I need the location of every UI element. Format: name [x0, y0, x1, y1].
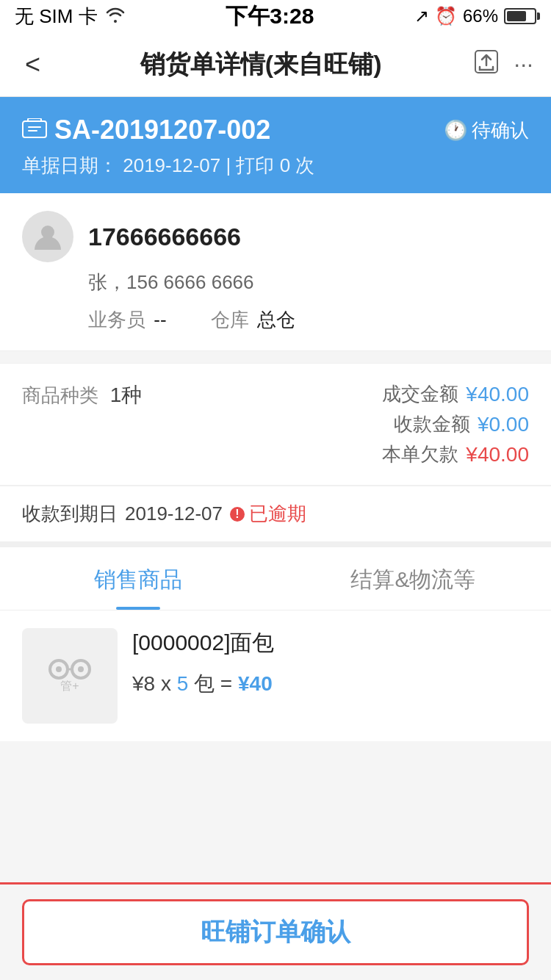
unit-label: 包 [194, 672, 215, 695]
tab-settle-label: 结算&物流等 [350, 567, 475, 591]
order-status: 🕐 待确认 [444, 118, 529, 143]
print-count: 0 [280, 154, 290, 176]
tab-sales-label: 销售商品 [94, 567, 182, 591]
summary-section: 商品种类 1种 成交金额 ¥40.00 收款金额 ¥0.00 本单欠款 ¥40.… [0, 363, 551, 486]
product-price: ¥8 x 5 包 = ¥40 [132, 670, 529, 698]
warehouse-row: 仓库 总仓 [211, 307, 295, 333]
nav-actions: ··· [474, 49, 533, 80]
price-unit: ¥8 [132, 672, 155, 695]
order-date-row: 单据日期： 2019-12-07 | 打印 0 次 [22, 153, 529, 179]
multiply-sign: x [161, 672, 177, 695]
warehouse-label: 仓库 [211, 309, 249, 331]
tab-active-indicator [116, 607, 160, 610]
share-button[interactable] [474, 49, 499, 80]
warehouse-value: 总仓 [257, 309, 295, 331]
confirm-order-button[interactable]: 旺铺订单确认 [22, 899, 529, 965]
overdue-badge: ! 已逾期 [230, 501, 306, 527]
received-value: ¥0.00 [478, 413, 529, 436]
back-button[interactable]: < [18, 42, 48, 87]
date-label: 单据日期： [22, 154, 118, 176]
status-left: 无 SIM 卡 [15, 4, 126, 29]
tab-sales[interactable]: 销售商品 [0, 547, 276, 610]
svg-point-7 [56, 666, 62, 672]
tabs-section: 销售商品 结算&物流等 [0, 547, 551, 610]
due-label: 收款到期日 [22, 501, 118, 527]
tab-settle[interactable]: 结算&物流等 [276, 547, 551, 610]
nav-bar: < 销货单详情(来自旺铺) ··· [0, 32, 551, 97]
balance-row: 本单欠款 ¥40.00 [382, 442, 529, 467]
carrier-label: 无 SIM 卡 [15, 4, 98, 29]
total-value: ¥40 [238, 672, 273, 695]
product-type-value: 1种 [110, 383, 143, 406]
status-text: 待确认 [472, 118, 529, 143]
location-icon: ↗ [414, 6, 429, 26]
amount-label: 成交金额 [382, 381, 458, 407]
overdue-icon: ! [230, 507, 245, 522]
battery-icon [504, 8, 536, 24]
order-header: SA-20191207-002 🕐 待确认 单据日期： 2019-12-07 |… [0, 97, 551, 193]
balance-value: ¥40.00 [466, 443, 529, 466]
svg-point-8 [78, 666, 84, 672]
balance-label: 本单欠款 [382, 442, 458, 467]
svg-text:管+: 管+ [60, 680, 79, 692]
print-suffix: 次 [295, 154, 314, 176]
salesperson-value: -- [154, 309, 166, 331]
product-type-label: 商品种类 [22, 384, 98, 406]
alarm-icon: ⏰ [435, 6, 457, 26]
product-section: 管+ [0000002]面包 ¥8 x 5 包 = ¥40 [0, 610, 551, 741]
customer-meta: 业务员 -- 仓库 总仓 [88, 307, 529, 333]
order-id-row: SA-20191207-002 [22, 115, 270, 145]
order-date: 2019-12-07 [123, 154, 220, 176]
page-title: 销货单详情(来自旺铺) [48, 48, 474, 82]
customer-avatar [22, 211, 73, 262]
print-label: | 打印 [226, 154, 279, 176]
received-label: 收款金额 [394, 411, 470, 437]
customer-section: 17666666666 张，156 6666 6666 业务员 -- 仓库 总仓 [0, 193, 551, 351]
due-date: 2019-12-07 [125, 502, 223, 525]
more-button[interactable]: ··· [514, 51, 533, 78]
svg-rect-1 [23, 121, 46, 137]
wifi-icon [105, 5, 126, 28]
salesperson-label: 业务员 [88, 309, 145, 331]
due-section: 收款到期日 2019-12-07 ! 已逾期 [0, 486, 551, 547]
status-time: 下午3:28 [226, 1, 314, 32]
status-right: ↗ ⏰ 66% [414, 6, 536, 26]
amount-value: ¥40.00 [466, 383, 529, 406]
order-id-text: SA-20191207-002 [54, 115, 270, 145]
overdue-text: 已逾期 [249, 501, 306, 527]
product-info: [0000002]面包 ¥8 x 5 包 = ¥40 [132, 628, 529, 698]
clock-icon: 🕐 [444, 119, 467, 142]
amounts-area: 成交金额 ¥40.00 收款金额 ¥0.00 本单欠款 ¥40.00 [382, 381, 529, 467]
logo-eyes: 管+ [44, 653, 96, 699]
product-type-area: 商品种类 1种 [22, 381, 142, 409]
footer-area: 旺铺订单确认 [0, 882, 551, 980]
amount-row: 成交金额 ¥40.00 [382, 381, 529, 407]
customer-phone: 17666666666 [88, 223, 241, 251]
product-thumbnail: 管+ [22, 628, 118, 724]
product-name: [0000002]面包 [132, 628, 529, 658]
salesperson-row: 业务员 -- [88, 307, 167, 333]
qty-value: 5 [177, 672, 189, 695]
customer-name: 张，156 6666 6666 [88, 270, 529, 295]
equals-sign: = [220, 672, 238, 695]
received-row: 收款金额 ¥0.00 [394, 411, 529, 437]
status-bar: 无 SIM 卡 下午3:28 ↗ ⏰ 66% [0, 0, 551, 32]
order-icon [22, 115, 47, 145]
battery-label: 66% [463, 6, 498, 26]
